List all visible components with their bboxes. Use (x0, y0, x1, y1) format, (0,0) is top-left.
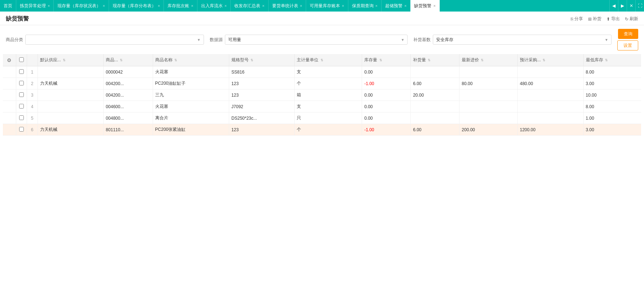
row-checkbox-cell[interactable] (16, 78, 27, 89)
export-icon: ⬆ (606, 17, 610, 22)
datasource-select[interactable]: 可用量 ▼ (225, 35, 408, 45)
col-unit-sort-icon: ⇅ (321, 58, 323, 62)
tab-shortage-label: 缺货预警 (414, 3, 431, 9)
cell-default-supplier (38, 101, 104, 112)
col-min-stock[interactable]: 最低库存 ⇅ (583, 54, 641, 66)
tab-batch-account-close[interactable]: × (191, 4, 193, 8)
cell-latest-price (460, 66, 518, 78)
col-settings[interactable]: ⚙ (3, 54, 16, 66)
row-checkbox[interactable] (19, 104, 24, 109)
tab-shortage-close[interactable]: × (433, 4, 435, 8)
col-estimated-purchase-label: 预计采购... (520, 57, 541, 62)
tab-available-ledger[interactable]: 可用量库存账本 × (306, 0, 348, 12)
col-latest-price[interactable]: 最新进价 ⇅ (460, 54, 518, 66)
category-filter-label: 商品分类 (6, 37, 23, 43)
tab-next-button[interactable]: ▶ (618, 0, 627, 12)
cell-unit: 箱 (295, 89, 362, 101)
cell-unit: 个 (295, 78, 362, 89)
col-estimated-purchase-sort-icon: ⇅ (543, 58, 545, 62)
tab-inventory-status-close[interactable]: × (103, 4, 105, 8)
tab-inventory-status[interactable]: 现存量（库存状况表） × (54, 0, 109, 12)
datasource-filter-label: 数据源 (210, 37, 223, 43)
tab-expiry-query-close[interactable]: × (375, 4, 378, 8)
tab-receive-summary-close[interactable]: × (262, 4, 264, 8)
col-min-stock-label: 最低库存 (586, 57, 603, 62)
tab-prev-button[interactable]: ◀ (609, 0, 618, 12)
tab-batch-account[interactable]: 库存批次账 × (164, 0, 197, 12)
col-estimated-purchase[interactable]: 预计采购... ⇅ (518, 54, 584, 66)
export-button[interactable]: ⬆ 导出 (606, 16, 620, 22)
cell-latest-price: 80.00 (460, 78, 518, 89)
row-checkbox[interactable] (19, 81, 24, 85)
table-header-row: ⚙ 默认供应... ⇅ 商品... ⇅ 商品名称 (3, 54, 641, 66)
row-settings-cell (3, 124, 16, 136)
cell-product-code: 004200... (104, 78, 153, 89)
col-spec[interactable]: 规格型号 ⇅ (229, 54, 295, 66)
col-product-code-label: 商品... (106, 57, 118, 62)
col-product-code[interactable]: 商品... ⇅ (104, 54, 153, 66)
datasource-chevron-icon: ▼ (401, 38, 404, 42)
row-checkbox-cell[interactable] (16, 101, 27, 112)
row-checkbox-cell[interactable] (16, 66, 27, 78)
cell-replenish-qty: 20.00 (411, 89, 460, 101)
cell-spec: DS250*23c... (229, 112, 295, 124)
col-latest-price-sort-icon: ⇅ (481, 58, 484, 62)
tab-home[interactable]: 首页 (0, 0, 16, 12)
settings-button[interactable]: 设置 (617, 40, 638, 50)
col-stock-qty[interactable]: 库存量 ⇅ (362, 54, 411, 66)
category-select[interactable]: ▼ (25, 35, 204, 45)
col-unit[interactable]: 主计量单位 ⇅ (295, 54, 362, 66)
gear-icon[interactable]: ⚙ (7, 57, 12, 63)
tab-order-stats[interactable]: 要货单统计表 × (269, 0, 306, 12)
refresh-button[interactable]: ↻ 刷新 (625, 16, 638, 22)
tab-expiry-query-label: 保质期查询 (352, 3, 374, 9)
tab-pick-anomaly[interactable]: 拣货异常处理 × (16, 0, 54, 12)
replenish-button[interactable]: ⊞ 补货 (588, 16, 601, 22)
cell-latest-price (460, 112, 518, 124)
select-all-checkbox[interactable] (19, 57, 24, 62)
tab-available-ledger-close[interactable]: × (342, 4, 344, 8)
cell-product-code: 004600... (104, 101, 153, 112)
row-checkbox[interactable] (19, 115, 24, 120)
tab-receive-summary[interactable]: 收发存汇总表 × (231, 0, 268, 12)
cell-unit: 只 (295, 112, 362, 124)
cell-min-stock: 10.00 (583, 89, 641, 101)
col-default-supplier[interactable]: 默认供应... ⇅ (38, 54, 104, 66)
cell-default-supplier (38, 66, 104, 78)
cell-stock-qty: 0.00 (362, 101, 411, 112)
tab-inventory-dist[interactable]: 现存量（库存分布表） × (109, 0, 164, 12)
col-replenish-qty[interactable]: 补货量 ⇅ (411, 54, 460, 66)
row-checkbox-cell[interactable] (16, 124, 27, 136)
cell-spec: 123 (229, 124, 295, 136)
tab-fullscreen-button[interactable]: ⛶ (635, 0, 644, 12)
row-checkbox-cell[interactable] (16, 89, 27, 101)
cell-unit: 支 (295, 101, 362, 112)
col-checkbox[interactable] (16, 54, 27, 66)
tab-overstock-close[interactable]: × (404, 4, 406, 8)
tab-inventory-dist-label: 现存量（库存分布表） (113, 3, 156, 9)
cell-product-name: PC200张紧油缸 (153, 124, 229, 136)
tab-order-stats-close[interactable]: × (300, 4, 302, 8)
tab-overstock[interactable]: 超储预警 × (382, 0, 410, 12)
tab-inout-flow[interactable]: 出入库流水 × (197, 0, 231, 12)
row-checkbox[interactable] (19, 69, 24, 74)
col-product-name[interactable]: 商品名称 ⇅ (153, 54, 229, 66)
tab-inventory-dist-close[interactable]: × (158, 4, 160, 8)
query-button[interactable]: 查询 (618, 29, 638, 39)
tab-inout-flow-close[interactable]: × (225, 4, 227, 8)
tab-pick-anomaly-close[interactable]: × (48, 4, 50, 8)
tab-expiry-query[interactable]: 保质期查询 × (348, 0, 382, 12)
row-checkbox[interactable] (19, 92, 24, 97)
cell-estimated-purchase (518, 89, 584, 101)
category-chevron-icon: ▼ (197, 38, 201, 42)
tab-close-button[interactable]: ✕ (627, 0, 635, 12)
table-row: 2力天机械004200...PC200油缸缸子123个-1.006.0080.0… (3, 78, 641, 89)
col-replenish-qty-sort-icon: ⇅ (428, 58, 431, 62)
col-stock-qty-sort-icon: ⇅ (379, 58, 382, 62)
row-checkbox[interactable] (19, 127, 24, 132)
row-checkbox-cell[interactable] (16, 112, 27, 124)
replenish-base-select[interactable]: 安全库存 ▼ (433, 35, 612, 45)
share-button[interactable]: ⎘ 分享 (571, 16, 583, 22)
tab-shortage[interactable]: 缺货预警 × (410, 0, 439, 12)
replenish-base-chevron-icon: ▼ (605, 38, 608, 42)
